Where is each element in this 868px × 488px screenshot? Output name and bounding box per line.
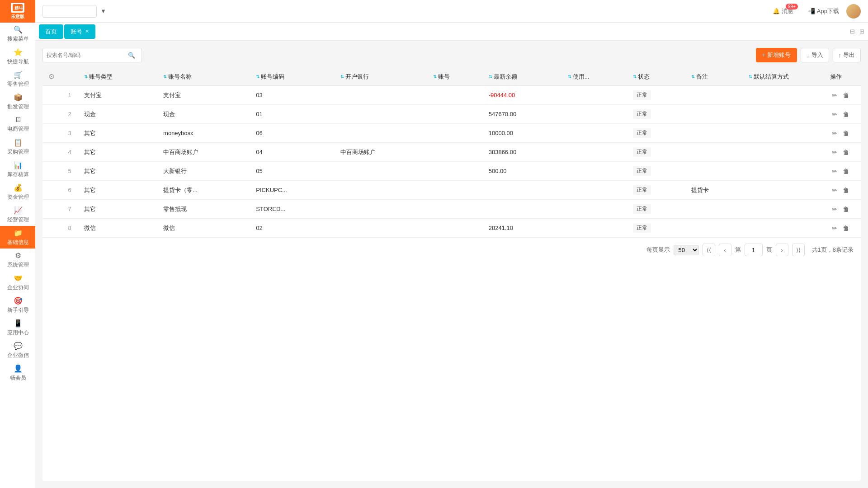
sidebar-item-system[interactable]: ⚙ 系统管理: [0, 249, 35, 271]
account-table-container: ⚙ ⇅ 账号类型 ⇅ 账号名称: [42, 68, 861, 481]
edit-button[interactable]: ✏: [830, 91, 839, 100]
row-remark: [686, 143, 743, 162]
delete-button[interactable]: 🗑: [841, 148, 851, 157]
sidebar-item-label: 快捷导航: [7, 58, 29, 66]
sidebar-item-capital[interactable]: 💰 资金管理: [0, 181, 35, 203]
sidebar-item-inventory[interactable]: 📊 库存核算: [0, 158, 35, 181]
col-name[interactable]: ⇅ 账号名称: [158, 68, 250, 86]
row-bank: [335, 162, 428, 181]
sidebar-item-basic[interactable]: 📁 基础信息: [0, 226, 35, 249]
delete-button[interactable]: 🗑: [841, 91, 851, 100]
page-first-button[interactable]: ⟨⟨: [703, 244, 715, 256]
row-bank: [335, 219, 428, 238]
row-balance: 547670.00: [483, 105, 562, 124]
sidebar-item-label: 企业微信: [7, 352, 29, 359]
delete-button[interactable]: 🗑: [841, 110, 851, 119]
home-tab-label: 首页: [45, 28, 57, 36]
search-icon: 🔍: [14, 25, 23, 34]
edit-button[interactable]: ✏: [830, 186, 839, 195]
sidebar-item-wechat[interactable]: 💬 企业微信: [0, 339, 35, 361]
message-button[interactable]: 🔔 消息 99+: [773, 7, 793, 15]
col-status[interactable]: ⇅ 状态: [627, 68, 686, 86]
settings-gear-icon[interactable]: ⚙: [48, 73, 55, 80]
import-button[interactable]: ↓ 导入: [801, 48, 829, 62]
delete-button[interactable]: 🗑: [841, 167, 851, 176]
tab-close-icon[interactable]: ✕: [85, 28, 89, 34]
page-prev-button[interactable]: ‹: [719, 244, 731, 256]
app-download-button[interactable]: 📲 App下载: [808, 7, 839, 15]
sidebar-item-guide[interactable]: 🎯 新手引导: [0, 294, 35, 316]
col-action: 操作: [825, 68, 861, 86]
sidebar-item-ecommerce[interactable]: 🖥 电商管理: [0, 113, 35, 136]
edit-button[interactable]: ✏: [830, 205, 839, 214]
table-row: 4 其它 中百商场账户 04 中百商场账户 383866.00 正常 ✏ 🗑: [42, 143, 861, 162]
app-subtitle: 乐意版: [11, 14, 24, 20]
page-next-button[interactable]: ›: [776, 244, 788, 256]
sidebar-item-label: 库存核算: [7, 171, 29, 178]
row-code: 05: [250, 162, 335, 181]
col-default-settle[interactable]: ⇅ 默认结算方式: [743, 68, 825, 86]
delete-button[interactable]: 🗑: [841, 224, 851, 233]
sidebar-item-wholesale[interactable]: 📦 批发管理: [0, 90, 35, 113]
sidebar-item-label: 搜索菜单: [7, 35, 29, 43]
tab-home[interactable]: 首页: [39, 24, 63, 39]
col-type[interactable]: ⇅ 账号类型: [79, 68, 158, 86]
row-usage: [562, 181, 628, 200]
col-settings[interactable]: ⚙: [42, 68, 61, 86]
col-account[interactable]: ⇅ 账号: [428, 68, 483, 86]
add-account-button[interactable]: + 新增账号: [756, 48, 797, 62]
tab-account[interactable]: 账号 ✕: [64, 24, 95, 39]
tab-expand-icon[interactable]: ⊞: [859, 28, 864, 35]
sidebar-item-retail[interactable]: 🛒 零售管理: [0, 68, 35, 90]
sidebar: 精斗 乐意版 🔍 搜索菜单 ⭐ 快捷导航 🛒 零售管理 📦 批发管理 🖥 电商管…: [0, 0, 35, 488]
row-num: 5: [61, 162, 79, 181]
row-action: ✏ 🗑: [825, 219, 861, 238]
avatar[interactable]: [846, 4, 861, 19]
edit-button[interactable]: ✏: [830, 167, 839, 176]
row-name: moneybosx: [158, 124, 250, 143]
sidebar-item-operation[interactable]: 📈 经营管理: [0, 203, 35, 226]
topbar-search-input[interactable]: [42, 5, 97, 18]
row-code: 01: [250, 105, 335, 124]
search-input[interactable]: [47, 52, 128, 58]
row-action: ✏ 🗑: [825, 200, 861, 219]
delete-button[interactable]: 🗑: [841, 129, 851, 138]
row-status: 正常: [627, 219, 686, 238]
col-remark[interactable]: ⇅ 备注: [686, 68, 743, 86]
topbar: ▼ 🔔 消息 99+ 📲 App下载: [35, 0, 868, 23]
col-usage[interactable]: ⇅ 使用...: [562, 68, 628, 86]
topbar-dropdown[interactable]: ▼: [100, 8, 106, 14]
sidebar-item-quick[interactable]: ⭐ 快捷导航: [0, 45, 35, 68]
export-button[interactable]: ↑ 导出: [833, 48, 861, 62]
edit-button[interactable]: ✏: [830, 129, 839, 138]
sort-icon: ⇅: [633, 74, 637, 79]
row-type: 微信: [79, 219, 158, 238]
row-account: [428, 181, 483, 200]
sidebar-item-member[interactable]: 👤 畅会员: [0, 361, 35, 384]
sort-icon: ⇅: [691, 74, 695, 79]
page-size-select[interactable]: 50 100 200: [674, 245, 699, 255]
topbar-right: 🔔 消息 99+ 📲 App下载: [773, 4, 861, 19]
tab-minimize-icon[interactable]: ⊟: [850, 28, 855, 35]
page-last-button[interactable]: ⟩⟩: [792, 244, 805, 256]
sidebar-item-agreement[interactable]: 🤝 企业协同: [0, 271, 35, 294]
row-account: [428, 143, 483, 162]
edit-button[interactable]: ✏: [830, 110, 839, 119]
row-type: 其它: [79, 143, 158, 162]
delete-button[interactable]: 🗑: [841, 186, 851, 195]
page-number-input[interactable]: [745, 244, 763, 256]
col-code[interactable]: ⇅ 账号编码: [250, 68, 335, 86]
delete-button[interactable]: 🗑: [841, 205, 851, 214]
user-icon: 👤: [14, 364, 23, 373]
row-status: 正常: [627, 86, 686, 105]
col-balance[interactable]: ⇅ 最新余额: [483, 68, 562, 86]
edit-button[interactable]: ✏: [830, 148, 839, 157]
edit-button[interactable]: ✏: [830, 224, 839, 233]
table-row: 2 现金 现金 01 547670.00 正常 ✏ 🗑: [42, 105, 861, 124]
col-bank[interactable]: ⇅ 开户银行: [335, 68, 428, 86]
add-account-label: + 新增账号: [762, 51, 791, 59]
sidebar-item-app-center[interactable]: 📱 应用中心: [0, 316, 35, 339]
toolbar-actions: + 新增账号 ↓ 导入 ↑ 导出: [756, 48, 861, 62]
sidebar-item-purchase[interactable]: 📋 采购管理: [0, 136, 35, 158]
sidebar-item-search[interactable]: 🔍 搜索菜单: [0, 23, 35, 45]
